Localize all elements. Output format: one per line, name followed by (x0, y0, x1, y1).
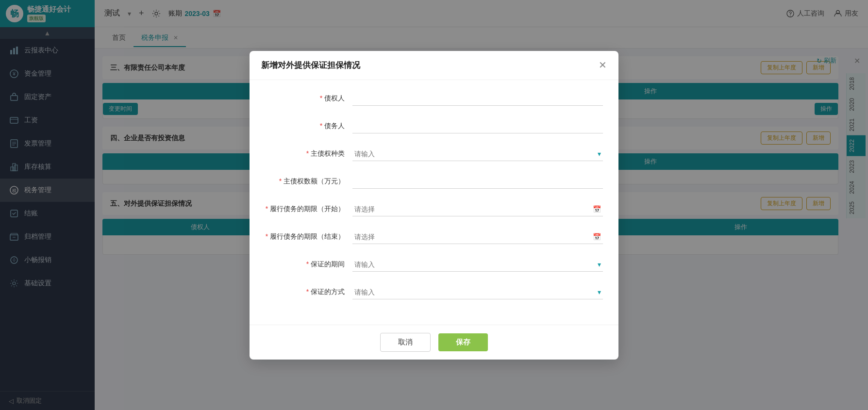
field-claim-amount: * 主债权数额（万元） (265, 175, 603, 189)
input-creditor[interactable] (352, 92, 603, 106)
modal-body: * 债权人 * 债务人 * 主债权种类 (250, 80, 618, 325)
modal-header: 新增对外提供保证担保情况 ✕ (250, 51, 618, 80)
field-claim-type: * 主债权种类 ▾ (265, 147, 603, 161)
required-mark-guarantee-method: * (306, 288, 309, 295)
select-guarantee-method[interactable]: ▾ (352, 285, 603, 299)
modal-dialog: 新增对外提供保证担保情况 ✕ * 债权人 * 债务人 (250, 51, 618, 360)
label-claim-type: * 主债权种类 (265, 149, 352, 158)
required-mark-claim-type: * (306, 149, 309, 157)
select-claim-type[interactable]: ▾ (352, 147, 603, 161)
label-creditor: * 债权人 (265, 94, 352, 103)
calendar-icon-debt-start[interactable]: 📅 (593, 205, 601, 213)
modal-footer: 取消 保存 (250, 325, 618, 360)
modal-overlay: 新增对外提供保证担保情况 ✕ * 债权人 * 债务人 (0, 0, 868, 410)
date-debt-start[interactable]: 📅 (352, 202, 603, 216)
modal-title: 新增对外提供保证担保情况 (261, 60, 360, 71)
required-mark-creditor: * (320, 94, 322, 102)
select-guarantee-period[interactable]: ▾ (352, 258, 603, 272)
select-guarantee-method-input[interactable] (352, 285, 603, 299)
calendar-icon-debt-end[interactable]: 📅 (593, 233, 601, 241)
label-guarantee-method: * 保证的方式 (265, 288, 352, 296)
input-debtor[interactable] (352, 119, 603, 133)
required-mark-guarantee-period: * (306, 260, 309, 268)
field-guarantee-period: * 保证的期间 ▾ (265, 258, 603, 272)
save-button[interactable]: 保存 (438, 333, 488, 351)
required-mark-debt-end: * (266, 232, 268, 240)
label-guarantee-period: * 保证的期间 (265, 260, 352, 269)
field-guarantee-method: * 保证的方式 ▾ (265, 285, 603, 299)
label-claim-amount: * 主债权数额（万元） (265, 177, 352, 186)
field-debtor: * 债务人 (265, 119, 603, 133)
required-mark-claim-amount: * (279, 177, 282, 185)
date-debt-end[interactable]: 📅 (352, 230, 603, 244)
label-debtor: * 债务人 (265, 122, 352, 131)
select-guarantee-period-input[interactable] (352, 258, 603, 271)
select-claim-type-input[interactable] (352, 147, 603, 161)
required-mark-debtor: * (320, 122, 322, 130)
field-creditor: * 债权人 (265, 92, 603, 106)
required-mark-debt-start: * (266, 205, 268, 213)
field-debt-start: * 履行债务的期限（开始） 📅 (265, 202, 603, 216)
date-debt-start-input[interactable] (352, 202, 603, 216)
field-debt-end: * 履行债务的期限（结束） 📅 (265, 230, 603, 244)
label-debt-end: * 履行债务的期限（结束） (265, 232, 352, 241)
input-claim-amount[interactable] (352, 175, 603, 189)
date-debt-end-input[interactable] (352, 230, 603, 244)
label-debt-start: * 履行债务的期限（开始） (265, 205, 352, 213)
cancel-button[interactable]: 取消 (380, 333, 431, 352)
modal-close-button[interactable]: ✕ (599, 60, 607, 70)
